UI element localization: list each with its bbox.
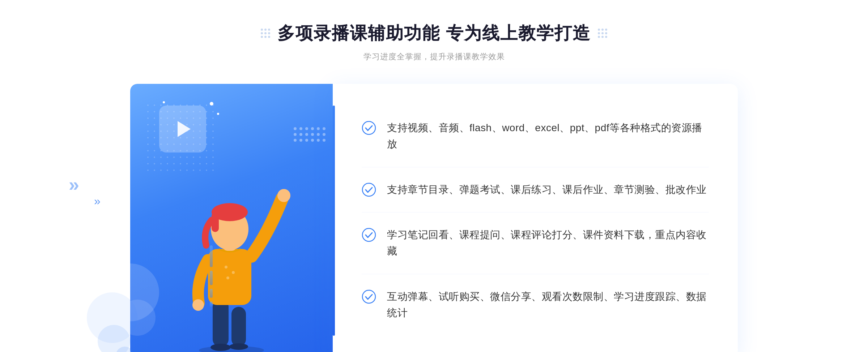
title-dots-left [261, 29, 270, 38]
feature-item-2: 支持章节目录、弹题考试、课后练习、课后作业、章节测验、批改作业 [362, 167, 709, 213]
svg-point-15 [362, 121, 375, 134]
page-wrapper: » 多项录播课辅助功能 专为线上教学打造 学习进度全掌握，提升录播课教学效果 [0, 0, 868, 352]
sparkle-dot-2 [210, 102, 213, 106]
content-area: 支持视频、音频、flash、word、excel、ppt、pdf等各种格式的资源… [130, 84, 738, 352]
check-circle-icon-4 [362, 289, 376, 304]
svg-point-4 [229, 343, 248, 350]
sparkle-dot-1 [163, 101, 165, 103]
check-circle-icon-2 [362, 183, 376, 197]
svg-point-17 [362, 228, 375, 241]
title-dots-right [598, 29, 607, 38]
svg-point-6 [277, 189, 290, 202]
svg-rect-5 [208, 249, 251, 305]
title-row: 多项录播课辅助功能 专为线上教学打造 [0, 22, 868, 45]
right-features-panel: 支持视频、音频、flash、word、excel、ppt、pdf等各种格式的资源… [333, 84, 738, 352]
svg-point-3 [210, 344, 231, 351]
svg-point-13 [232, 271, 235, 274]
check-circle-icon-3 [362, 228, 376, 242]
feature-text-4: 互动弹幕、试听购买、微信分享、观看次数限制、学习进度跟踪、数据统计 [387, 289, 709, 321]
svg-point-18 [362, 290, 375, 303]
accent-bar [333, 106, 335, 336]
feature-item-4: 互动弹幕、试听购买、微信分享、观看次数限制、学习进度跟踪、数据统计 [362, 274, 709, 336]
figure-svg [156, 169, 307, 352]
page-title: 多项录播课辅助功能 专为线上教学打造 [277, 22, 590, 45]
double-chevron-icon: » [69, 174, 79, 196]
feature-text-3: 学习笔记回看、课程提问、课程评论打分、课件资料下载，重点内容收藏 [387, 227, 709, 259]
feature-text-2: 支持章节目录、弹题考试、课后练习、课后作业、章节测验、批改作业 [387, 182, 707, 198]
play-icon [178, 121, 191, 137]
page-subtitle: 学习进度全掌握，提升录播课教学效果 [0, 51, 868, 62]
svg-rect-2 [231, 307, 246, 347]
svg-rect-1 [213, 300, 229, 347]
feature-item-3: 学习笔记回看、课程提问、课程评论打分、课件资料下载，重点内容收藏 [362, 213, 709, 274]
header-section: 多项录播课辅助功能 专为线上教学打造 学习进度全掌握，提升录播课教学效果 [0, 22, 868, 62]
feature-item-1: 支持视频、音频、flash、word、excel、ppt、pdf等各种格式的资源… [362, 106, 709, 167]
panel-dot-grid [294, 127, 326, 142]
stripe-deco [210, 245, 213, 307]
illustration-container [123, 148, 340, 352]
left-illustration-panel [130, 84, 333, 352]
feature-text-1: 支持视频、音频、flash、word、excel、ppt、pdf等各种格式的资源… [387, 120, 709, 153]
chevron-left-icon: » [94, 196, 101, 207]
svg-point-7 [192, 299, 204, 311]
check-circle-icon-1 [362, 121, 376, 135]
play-bubble [159, 106, 206, 153]
svg-point-12 [225, 266, 227, 269]
sparkle-dot-3 [217, 113, 219, 115]
svg-point-14 [226, 276, 229, 279]
svg-point-16 [362, 183, 375, 196]
